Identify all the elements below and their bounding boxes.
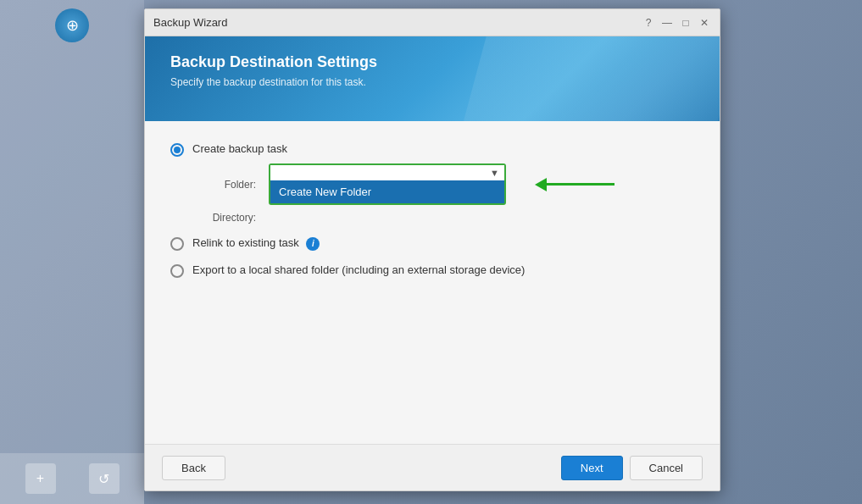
next-button[interactable]: Next	[561, 456, 623, 480]
cancel-button[interactable]: Cancel	[630, 456, 703, 480]
create-backup-content: Create backup task Folder: ▼	[192, 142, 694, 224]
radio-relink[interactable]	[170, 237, 184, 251]
titlebar-controls: ? — □ ✕	[642, 16, 711, 30]
dialog-title: Backup Wizard	[153, 16, 227, 29]
folder-dropdown-container: ▼ Create New Folder	[269, 163, 506, 205]
radio-export[interactable]	[170, 264, 184, 278]
create-backup-label: Create backup task	[192, 142, 694, 155]
option-relink: Relink to existing task i	[170, 236, 694, 251]
folder-field-wrapper: ▼ Create New Folder	[269, 163, 694, 205]
add-button[interactable]: +	[25, 463, 56, 494]
desktop: ⊕ + ↺ Backup Wizard ? — □ ✕ Backup Desti…	[0, 0, 862, 504]
arrow-head-icon	[535, 178, 547, 191]
app-icon: ⊕	[55, 8, 89, 42]
directory-label: Directory:	[192, 212, 260, 224]
dialog-content: Create backup task Folder: ▼	[145, 121, 720, 444]
folder-dropdown[interactable]: ▼	[270, 165, 504, 180]
taskbar-bottom: + ↺	[0, 453, 144, 504]
dialog-header: Backup Destination Settings Specify the …	[145, 36, 720, 121]
minimize-button[interactable]: —	[660, 16, 674, 30]
export-content: Export to a local shared folder (includi…	[192, 263, 694, 276]
folder-dropdown-arrow-icon: ▼	[490, 168, 499, 178]
arrow-line	[547, 183, 615, 186]
dialog-footer: Back Next Cancel	[145, 444, 720, 490]
footer-right-buttons: Next Cancel	[561, 456, 703, 480]
option-export: Export to a local shared folder (includi…	[170, 263, 694, 278]
export-label: Export to a local shared folder (includi…	[192, 263, 525, 276]
header-subtitle: Specify the backup destination for this …	[170, 76, 694, 88]
create-backup-form: Folder: ▼ Create New Folder	[192, 163, 694, 224]
option-create-backup: Create backup task Folder: ▼	[170, 142, 694, 224]
relink-content: Relink to existing task i	[192, 236, 694, 251]
history-button[interactable]: ↺	[89, 463, 120, 494]
folder-label: Folder:	[192, 179, 260, 191]
dialog-titlebar: Backup Wizard ? — □ ✕	[145, 9, 720, 36]
radio-create-backup[interactable]	[170, 143, 184, 157]
help-button[interactable]: ?	[642, 16, 655, 30]
back-button[interactable]: Back	[162, 456, 225, 480]
maximize-button[interactable]: □	[679, 16, 692, 30]
relink-label: Relink to existing task	[192, 236, 299, 249]
info-icon: i	[306, 237, 320, 251]
close-button[interactable]: ✕	[698, 16, 711, 30]
create-new-folder-label: Create New Folder	[279, 186, 371, 198]
taskbar: ⊕ + ↺	[0, 0, 144, 504]
arrow-annotation	[535, 178, 615, 191]
header-title: Backup Destination Settings	[170, 53, 694, 71]
backup-wizard-dialog: Backup Wizard ? — □ ✕ Backup Destination…	[144, 8, 720, 491]
create-new-folder-item[interactable]: Create New Folder	[270, 180, 504, 203]
